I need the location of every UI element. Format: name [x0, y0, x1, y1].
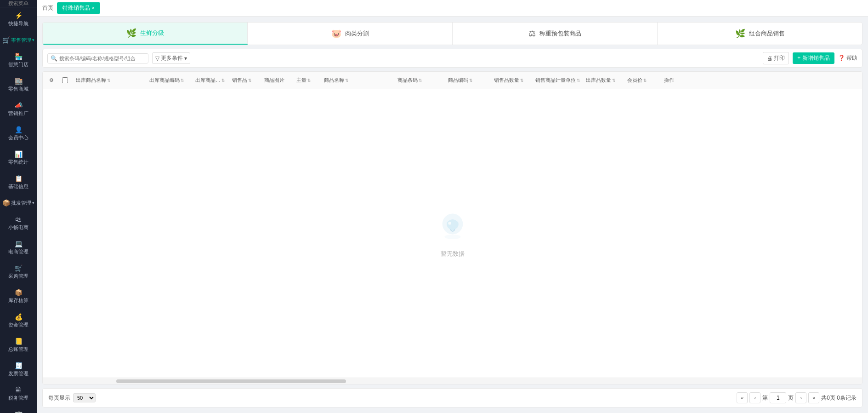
sort-icon: ⇅	[577, 78, 580, 83]
col-main[interactable]: 主量 ⇅	[294, 77, 321, 84]
svg-point-1	[444, 235, 460, 239]
col-checkbox[interactable]	[59, 77, 73, 83]
col-out-name[interactable]: 出库商品名称 ⇅	[73, 77, 147, 84]
page-input[interactable]	[770, 392, 786, 403]
sidebar-item-smart-store[interactable]: 🏪 智慧门店	[0, 48, 37, 73]
active-tab-label: 特殊销售品	[62, 4, 90, 12]
cat-tab-meat-cut[interactable]: 🐷 肉类分割	[248, 23, 453, 45]
filter-button[interactable]: ▽ 更多条件 ▾	[152, 52, 190, 64]
tax-mgmt-icon: 🏛	[15, 386, 22, 394]
page-label2: 页	[788, 394, 794, 402]
sort-icon: ⇅	[221, 78, 225, 83]
per-page-label: 每页显示	[48, 394, 70, 402]
tab-close-btn[interactable]: ×	[92, 6, 95, 11]
finance-mgmt-icon: 💰	[15, 313, 23, 321]
col-sale-qty[interactable]: 销售品数量 ⇅	[491, 77, 533, 84]
sidebar-item-ecom-mgmt[interactable]: 💻 电商管理	[0, 235, 37, 260]
retail-stats-icon: 📊	[15, 150, 23, 158]
chevron-down-icon: ▾	[184, 55, 187, 62]
sidebar-item-general-ledger[interactable]: 📒 总账管理	[0, 333, 37, 357]
retail-mall-icon: 🏬	[15, 77, 23, 85]
col-out-code[interactable]: 出库商品编码 ⇅	[147, 77, 193, 84]
purchase-mgmt-icon: 🛒	[15, 264, 23, 272]
cat-tab-scale-pkg[interactable]: ⚖ 称重预包装商品	[453, 23, 658, 45]
horizontal-scrollbar[interactable]	[43, 378, 862, 384]
add-label: + 新增销售品	[797, 54, 829, 62]
search-icon: 🔍	[51, 55, 57, 62]
cat-tab-fresh-grade[interactable]: 🌿 生鲜分级	[43, 23, 248, 45]
sidebar-item-label: 资金管理	[8, 321, 28, 328]
search-input[interactable]	[59, 56, 142, 61]
sort-icon: ⇅	[419, 78, 422, 83]
content-area: 🌿 生鲜分级 🐷 肉类分割 ⚖ 称重预包装商品 🌿 组合商品销售 🔍	[37, 17, 868, 413]
col-out-qty[interactable]: 出库品数量 ⇅	[583, 77, 624, 84]
cat-tab-combo-sale[interactable]: 🌿 组合商品销售	[658, 23, 862, 45]
sidebar-logo[interactable]: 搜索菜单	[0, 0, 37, 7]
pagination-left: 每页显示 10 20 50 100	[48, 393, 96, 402]
sidebar-item-label: 营销推广	[8, 110, 28, 117]
col-sale-unit[interactable]: 销售商品计量单位 ⇅	[533, 77, 583, 84]
sidebar-item-member-center[interactable]: 👤 会员中心	[0, 121, 37, 146]
sidebar-item-label: 电商管理	[8, 248, 28, 255]
sidebar-item-invoice-mgmt[interactable]: 🧾 发票管理	[0, 357, 37, 382]
active-tab[interactable]: 特殊销售品 ×	[57, 2, 100, 14]
col-barcode[interactable]: 商品条码 ⇅	[395, 77, 445, 84]
sidebar-item-mini-ecom[interactable]: 🛍 小畅电商	[0, 211, 37, 235]
empty-state-icon	[434, 209, 471, 246]
col-member-price[interactable]: 会员价 ⇅	[624, 77, 661, 84]
sidebar-item-inventory[interactable]: 📦 库存核算	[0, 284, 37, 309]
topbar: 首页 特殊销售品 ×	[37, 0, 868, 17]
sidebar-item-label: 智慧门店	[8, 61, 28, 68]
sidebar-item-label: 基础信息	[8, 183, 28, 190]
first-page-btn[interactable]: «	[737, 392, 748, 403]
search-box[interactable]: 🔍	[47, 53, 148, 63]
col-out-spec[interactable]: 出库商品… ⇅	[193, 77, 229, 84]
smart-store-icon: 🏪	[15, 53, 23, 60]
table-container: ⚙ 出库商品名称 ⇅ 出库商品编码 ⇅ 出库商品… ⇅ 销售品	[42, 71, 862, 384]
next-page-btn[interactable]: ›	[795, 392, 806, 403]
quick-nav-icon: ⚡	[15, 12, 23, 19]
per-page-select[interactable]: 10 20 50 100	[73, 393, 96, 402]
scrollbar-thumb[interactable]	[116, 379, 346, 383]
add-sale-button[interactable]: + 新增销售品	[793, 52, 834, 64]
page-label: 第	[762, 394, 768, 402]
sort-icon: ⇅	[345, 78, 349, 83]
mini-ecom-icon: 🛍	[15, 216, 22, 223]
meat-cut-icon: 🐷	[331, 29, 341, 39]
sidebar-item-label: 采购管理	[8, 273, 28, 280]
empty-text: 暂无数据	[441, 250, 465, 258]
select-all-checkbox[interactable]	[62, 77, 68, 83]
table-body: 暂无数据	[43, 89, 862, 378]
sidebar-item-label: 税务管理	[8, 395, 28, 402]
sidebar-item-label: 零售商城	[8, 86, 28, 92]
last-page-btn[interactable]: »	[808, 392, 819, 403]
col-settings[interactable]: ⚙	[46, 77, 59, 83]
home-tab[interactable]: 首页	[42, 4, 53, 12]
col-sale-item[interactable]: 销售品 ⇅	[229, 77, 261, 84]
prev-page-btn[interactable]: ‹	[749, 392, 760, 403]
help-button[interactable]: ❓ 帮助	[838, 54, 857, 62]
sidebar-item-label: 小畅电商	[8, 224, 28, 231]
sidebar-item-fixed-assets[interactable]: 🏢 固定资产	[0, 406, 37, 413]
total-text: 共0页 0条记录	[821, 394, 857, 402]
sidebar-item-tax-mgmt[interactable]: 🏛 税务管理	[0, 382, 37, 406]
sidebar-item-purchase-mgmt[interactable]: 🛒 采购管理	[0, 260, 37, 284]
sidebar-item-basic-info[interactable]: 📋 基础信息	[0, 170, 37, 195]
category-tabs: 🌿 生鲜分级 🐷 肉类分割 ⚖ 称重预包装商品 🌿 组合商品销售	[42, 22, 862, 45]
filter-label: 更多条件	[161, 54, 183, 62]
sidebar-item-retail-stats[interactable]: 📊 零售统计	[0, 146, 37, 170]
sidebar-item-finance-mgmt[interactable]: 💰 资金管理	[0, 309, 37, 333]
member-center-icon: 👤	[15, 126, 23, 133]
col-img: 商品图片	[261, 77, 294, 84]
col-scode[interactable]: 商品编码 ⇅	[445, 77, 491, 84]
col-goods-name[interactable]: 商品名称 ⇅	[321, 77, 395, 84]
inventory-icon: 📦	[15, 289, 23, 296]
sidebar-item-retail-mgmt[interactable]: 🛒 零售管理 ▾	[0, 32, 37, 48]
sidebar-item-sales-promo[interactable]: 📣 营销推广	[0, 97, 37, 121]
sidebar-item-wholesale-mgmt[interactable]: 📦 批发管理 ▾	[0, 195, 37, 211]
sort-icon: ⇅	[107, 78, 111, 83]
retail-mgmt-icon: 🛒	[2, 36, 10, 44]
sidebar-item-retail-mall[interactable]: 🏬 零售商城	[0, 73, 37, 97]
sidebar-item-quick-nav[interactable]: ⚡ 快捷导航	[0, 7, 37, 32]
print-button[interactable]: 🖨 打印	[763, 52, 789, 64]
